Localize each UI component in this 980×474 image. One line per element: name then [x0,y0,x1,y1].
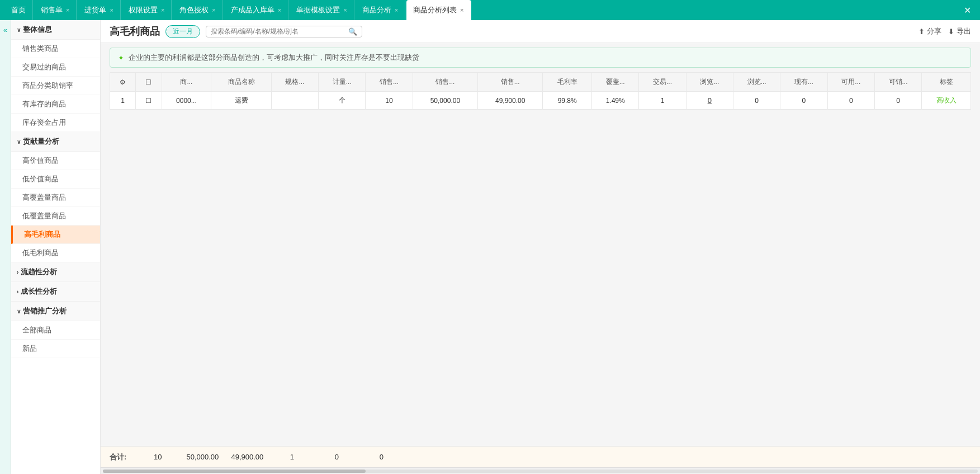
col-header-view2[interactable]: 浏览... [733,73,780,92]
sidebar-item-高价值商品[interactable]: 高价值商品 [11,152,100,170]
col-header-sales_amount[interactable]: 销售... [413,73,477,92]
sidebar-section-整体信息[interactable]: ∨整体信息 [11,20,100,40]
footer-sales-cost: 49,900.00 [225,453,269,461]
sidebar-item-商品分类助销率[interactable]: 商品分类助销率 [11,77,100,95]
section-label: 贡献量分析 [23,137,59,147]
nav-tab-商品分析列表[interactable]: 商品分析列表× [406,0,471,20]
nav-tab-商品分析[interactable]: 商品分析× [356,0,405,20]
sidebar-section-成长性分析[interactable]: ›成长性分析 [11,282,100,302]
cell-view2: 0 [733,92,780,110]
col-header-sales_qty[interactable]: 销售... [366,73,413,92]
sidebar-item-库存资金占用[interactable]: 库存资金占用 [11,114,100,132]
cell-sales_amount: 50,000.00 [413,92,477,110]
sidebar-item-低覆盖量商品[interactable]: 低覆盖量商品 [11,207,100,226]
col-header-settings[interactable]: ⚙ [110,73,136,92]
col-header-saleable[interactable]: 可销... [874,73,921,92]
search-box[interactable]: 🔍 [206,26,362,37]
main-layout: « ∨整体信息销售类商品交易过的商品商品分类助销率有库存的商品库存资金占用∨贡献… [0,20,980,474]
nav-tab-权限设置[interactable]: 权限设置× [122,0,172,20]
footer-sales-amount: 50,000.00 [180,453,225,461]
col-header-name[interactable]: 商品名称 [211,73,271,92]
close-window-button[interactable]: ✕ [959,5,976,16]
nav-tab-首页[interactable]: 首页 [4,0,33,20]
sidebar-item-高覆盖量商品[interactable]: 高覆盖量商品 [11,189,100,207]
tab-close-icon[interactable]: × [395,7,398,13]
sidebar-collapse-button[interactable]: « [0,20,11,474]
tab-close-icon[interactable]: × [161,7,164,13]
sidebar-section-营销推广分析[interactable]: ∨营销推广分析 [11,302,100,321]
page-title: 高毛利商品 [110,25,160,38]
section-label: 流趋性分析 [21,267,57,277]
col-header-view1[interactable]: 浏览... [686,73,733,92]
col-header-unit[interactable]: 计量... [319,73,366,92]
footer-summary: 合计: 10 50,000.00 49,900.00 1 0 0 [101,446,980,467]
scrollbar-thumb[interactable] [103,470,366,473]
tab-close-icon[interactable]: × [343,7,347,13]
cell-sales_qty: 10 [366,92,413,110]
table-row: 1☐0000...运费个1050,000.0049,900.0099.8%1.4… [110,92,971,110]
sidebar-item-交易过的商品[interactable]: 交易过的商品 [11,58,100,77]
cell-tag: 高收入 [922,92,971,110]
nav-tab-进货单[interactable]: 进货单× [78,0,120,20]
col-header-gross_margin[interactable]: 毛利率 [543,73,592,92]
section-arrow-icon: › [17,289,18,295]
footer-label: 合计: [110,452,126,462]
cell-gross_margin: 99.8% [543,92,592,110]
sidebar-item-销售类商品[interactable]: 销售类商品 [11,40,100,58]
footer-cells: 10 50,000.00 49,900.00 1 0 0 [135,453,971,461]
footer-sales-qty: 10 [135,453,180,461]
filter-recent-month-button[interactable]: 近一月 [165,25,200,38]
table-container: ⚙☐商...商品名称规格...计量...销售...销售...销售...毛利率覆盖… [101,72,980,446]
tab-close-icon[interactable]: × [278,7,281,13]
col-header-checkbox[interactable]: ☐ [136,73,162,92]
sidebar-section-贡献量分析[interactable]: ∨贡献量分析 [11,132,100,152]
sidebar-item-高毛利商品[interactable]: 高毛利商品 [11,226,100,244]
sidebar-item-低毛利商品[interactable]: 低毛利商品 [11,244,100,262]
export-button[interactable]: ⬇ 导出 [948,26,971,36]
top-nav-bar: 首页销售单×进货单×权限设置×角色授权×产成品入库单×单据模板设置×商品分析×商… [0,0,980,20]
col-header-trade[interactable]: 交易... [639,73,686,92]
nav-tab-产成品入库单[interactable]: 产成品入库单× [224,0,288,20]
col-header-code[interactable]: 商... [162,73,211,92]
sidebar: ∨整体信息销售类商品交易过的商品商品分类助销率有库存的商品库存资金占用∨贡献量分… [11,20,101,474]
cell-current_stock: 0 [780,92,827,110]
section-arrow-icon: ∨ [17,308,21,315]
sidebar-item-低价值商品[interactable]: 低价值商品 [11,170,100,189]
table-header-row: ⚙☐商...商品名称规格...计量...销售...销售...销售...毛利率覆盖… [110,73,971,92]
cell-unit: 个 [319,92,366,110]
tab-close-icon[interactable]: × [212,7,215,13]
header-actions: ⬆ 分享 ⬇ 导出 [919,26,971,36]
cell-checkbox[interactable]: ☐ [136,92,162,110]
section-arrow-icon: ∨ [17,27,21,33]
nav-tab-单据模板设置[interactable]: 单据模板设置× [290,0,354,20]
search-input[interactable] [211,27,348,35]
section-arrow-icon: › [17,269,18,275]
tab-close-icon[interactable]: × [66,7,69,13]
search-icon[interactable]: 🔍 [348,27,357,36]
col-header-tag[interactable]: 标签 [922,73,971,92]
horizontal-scrollbar[interactable] [101,467,980,474]
info-icon: ✦ [118,54,124,62]
data-table: ⚙☐商...商品名称规格...计量...销售...销售...销售...毛利率覆盖… [110,72,971,110]
content-area: 高毛利商品 近一月 🔍 ⬆ 分享 ⬇ 导出 ✦ 企业的主要的利润都是这部分商品创… [101,20,980,474]
nav-tab-销售单[interactable]: 销售单× [34,0,77,20]
scrollbar-track[interactable] [103,470,978,473]
section-label: 整体信息 [23,25,52,35]
col-header-current_stock[interactable]: 现有... [780,73,827,92]
tab-close-icon[interactable]: × [110,7,113,13]
sidebar-item-新品[interactable]: 新品 [11,340,100,358]
share-button[interactable]: ⬆ 分享 [919,26,941,36]
tab-close-icon[interactable]: × [460,7,463,13]
sidebar-section-流趋性分析[interactable]: ›流趋性分析 [11,262,100,282]
section-label: 营销推广分析 [23,306,67,316]
sidebar-item-全部商品[interactable]: 全部商品 [11,321,100,340]
col-header-coverage[interactable]: 覆盖... [591,73,638,92]
col-header-available[interactable]: 可用... [827,73,874,92]
sidebar-item-有库存的商品[interactable]: 有库存的商品 [11,95,100,114]
section-label: 成长性分析 [21,287,57,297]
col-header-sales_cost[interactable]: 销售... [478,73,543,92]
table-body: 1☐0000...运费个1050,000.0049,900.0099.8%1.4… [110,92,971,110]
nav-tab-角色授权[interactable]: 角色授权× [173,0,222,20]
section-arrow-icon: ∨ [17,139,21,145]
col-header-spec[interactable]: 规格... [271,73,318,92]
